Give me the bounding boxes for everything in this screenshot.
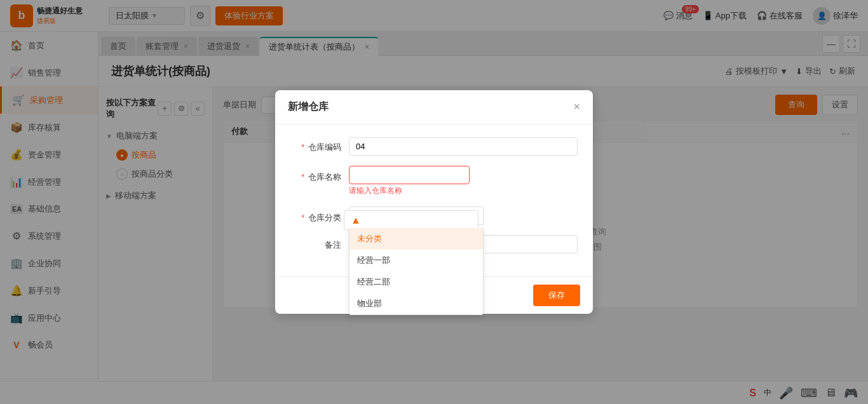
modal-close-button[interactable]: × (573, 100, 580, 114)
code-input[interactable] (349, 137, 578, 156)
form-row-name: * 仓库名称 请输入仓库名称 (290, 166, 578, 196)
category-dropdown: 未分类 经营一部 经营二部 物业部 (349, 228, 484, 315)
modal-title: 新增仓库 (288, 100, 329, 114)
name-label: * 仓库名称 (290, 167, 341, 183)
name-input[interactable] (349, 166, 470, 184)
add-warehouse-modal: 新增仓库 × * 仓库编码 * 仓库名称 (275, 90, 593, 314)
name-error-msg: 请输入仓库名称 (349, 185, 402, 196)
category-label: * 仓库分类 (290, 208, 341, 224)
dropdown-item-ops2[interactable]: 经营二部 (349, 271, 483, 293)
code-label: * 仓库编码 (290, 137, 341, 153)
form-row-code: * 仓库编码 (290, 137, 578, 156)
dropdown-item-ops1[interactable]: 经营一部 (349, 250, 483, 271)
modal-overlay: 新增仓库 × * 仓库编码 * 仓库名称 (0, 0, 868, 404)
save-button[interactable]: 保存 (533, 285, 580, 306)
category-select-wrapper: ▲ 未分类 经营一部 经营二部 物业部 (349, 206, 484, 225)
dropdown-item-property[interactable]: 物业部 (349, 293, 483, 314)
notes-label: 备注 (290, 235, 341, 251)
modal-header: 新增仓库 × (275, 90, 593, 125)
form-row-category: * 仓库分类 ▲ 未分类 经营一部 经营二部 物业部 (290, 206, 578, 225)
dropdown-item-none[interactable]: 未分类 (349, 228, 483, 250)
modal-body: * 仓库编码 * 仓库名称 请输入仓库名称 (275, 125, 593, 276)
